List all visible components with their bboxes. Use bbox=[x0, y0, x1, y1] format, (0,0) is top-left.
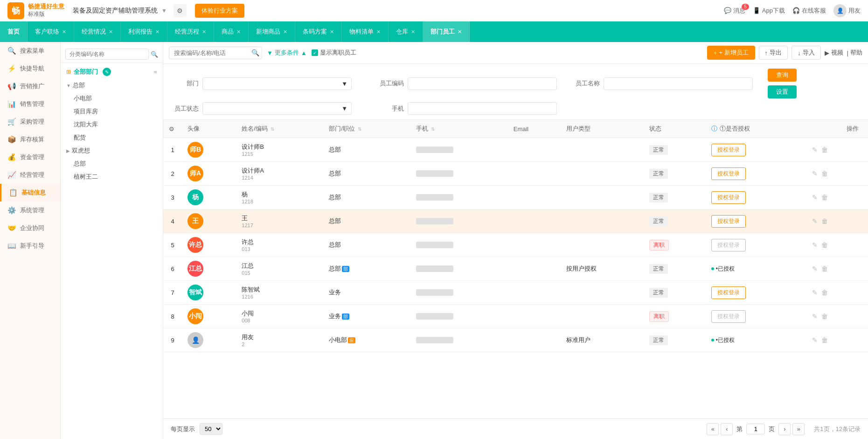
edit-button[interactable]: ✎ bbox=[812, 289, 818, 296]
edit-button[interactable]: ✎ bbox=[812, 170, 818, 177]
tab-warehouse-close[interactable]: ✕ bbox=[411, 29, 415, 35]
sidebar-item-sales[interactable]: 📊 销售管理 bbox=[0, 95, 60, 113]
sidebar-item-finance[interactable]: 💰 资金管理 bbox=[0, 148, 60, 166]
sidebar-item-marketing[interactable]: 📢 营销推广 bbox=[0, 77, 60, 95]
more-filter-btn[interactable]: ▼ 更多条件 ▲ bbox=[267, 49, 307, 57]
edit-button[interactable]: ✎ bbox=[812, 146, 818, 153]
delete-button[interactable]: 🗑 bbox=[821, 313, 828, 320]
tab-employees-close[interactable]: ✕ bbox=[458, 29, 462, 35]
dept-tree-item-zongbu[interactable]: ▼ 总部 bbox=[61, 79, 163, 92]
auth-login-button[interactable]: 授权登录 bbox=[711, 310, 746, 323]
tab-profit-close[interactable]: ✕ bbox=[155, 29, 160, 35]
delete-button[interactable]: 🗑 bbox=[821, 265, 828, 272]
edit-button[interactable]: ✎ bbox=[812, 194, 818, 201]
dept-tree-item-peihuo[interactable]: 配货 bbox=[61, 131, 163, 144]
page-number-input[interactable] bbox=[746, 424, 765, 434]
page-size-select[interactable]: 50 bbox=[200, 423, 222, 435]
query-button[interactable]: 查询 bbox=[768, 69, 797, 82]
sidebar-item-basicinfo[interactable]: 📋 基础信息 bbox=[0, 184, 60, 202]
auth-login-button[interactable]: 授权登录 bbox=[711, 144, 746, 156]
sidebar-item-system[interactable]: ⚙️ 系统管理 bbox=[0, 202, 60, 219]
tab-warehouse[interactable]: 仓库 ✕ bbox=[389, 21, 423, 42]
filter-empname-input[interactable] bbox=[604, 77, 753, 90]
edit-button[interactable]: ✎ bbox=[812, 313, 818, 320]
filter-dept-select[interactable]: ▼ bbox=[202, 77, 352, 90]
auth-login-button[interactable]: 授权登录 bbox=[711, 286, 746, 299]
sidebar-item-management[interactable]: 📈 经营管理 bbox=[0, 166, 60, 184]
setting-button[interactable]: 设置 bbox=[768, 85, 797, 98]
filter-status-select[interactable]: ▼ bbox=[202, 102, 352, 115]
auth-login-button[interactable]: 授权登录 bbox=[711, 239, 746, 251]
delete-button[interactable]: 🗑 bbox=[821, 194, 828, 201]
tab-history-close[interactable]: ✕ bbox=[202, 29, 206, 35]
message-button[interactable]: 💬 消息 5 bbox=[724, 7, 745, 15]
dept-search-icon[interactable]: 🔍 bbox=[151, 51, 158, 58]
dept-tree-item-zongbu2[interactable]: 总部 bbox=[61, 157, 163, 170]
tab-profit[interactable]: 利润报告 ✕ bbox=[121, 21, 167, 42]
app-download-button[interactable]: 📱 App下载 bbox=[753, 7, 785, 15]
tab-employees[interactable]: 部门员工 ✕ bbox=[423, 21, 470, 42]
next-page-btn[interactable]: › bbox=[778, 423, 791, 435]
dept-tree-item-shenyang[interactable]: 沈阳大库 bbox=[61, 118, 163, 131]
all-dept-label[interactable]: 全部部门 bbox=[74, 68, 98, 76]
col-dept[interactable]: 部门/职位 ⇅ bbox=[323, 120, 410, 138]
online-service-button[interactable]: 🎧 在线客服 bbox=[792, 7, 826, 15]
first-page-btn[interactable]: « bbox=[707, 423, 719, 435]
col-settings[interactable]: ⚙ bbox=[163, 120, 182, 138]
edit-button[interactable]: ✎ bbox=[812, 336, 818, 344]
tab-goods[interactable]: 商品 ✕ bbox=[214, 21, 249, 42]
trial-button[interactable]: 体验行业方案 bbox=[195, 4, 244, 18]
resigned-checkbox[interactable]: ✓ bbox=[312, 49, 318, 56]
tab-home[interactable]: 首页 bbox=[0, 21, 28, 42]
dept-search-input[interactable] bbox=[65, 49, 149, 60]
tab-bom-close[interactable]: ✕ bbox=[376, 29, 381, 35]
add-employee-button[interactable]: + + 新增员工 bbox=[707, 46, 755, 60]
sidebar-item-inventory[interactable]: 📦 库存核算 bbox=[0, 131, 60, 148]
tab-customer-close[interactable]: ✕ bbox=[62, 29, 66, 35]
user-area[interactable]: 👤 用友 bbox=[833, 4, 861, 17]
tab-bom[interactable]: 物料清单 ✕ bbox=[342, 21, 389, 42]
dept-tree-item-xiaodian[interactable]: 小电部 bbox=[61, 92, 163, 105]
col-name-code[interactable]: 姓名/编码 ⇅ bbox=[236, 120, 323, 138]
show-resigned-toggle[interactable]: ✓ 显示离职员工 bbox=[312, 49, 356, 57]
filter-empcode-input[interactable] bbox=[408, 77, 557, 90]
sidebar-item-guide[interactable]: 📖 新手引导 bbox=[0, 237, 60, 255]
prev-page-btn[interactable]: ‹ bbox=[721, 423, 733, 435]
delete-button[interactable]: 🗑 bbox=[821, 170, 828, 177]
import-button[interactable]: ↓ 导入 bbox=[792, 46, 821, 60]
dept-tree-item-shuanghu[interactable]: ▶ 双虎想 bbox=[61, 144, 163, 157]
last-page-btn[interactable]: » bbox=[792, 423, 805, 435]
col-phone[interactable]: 手机 ⇅ bbox=[410, 120, 508, 138]
tab-new-goods[interactable]: 新增商品 ✕ bbox=[249, 21, 295, 42]
auth-login-button[interactable]: 授权登录 bbox=[711, 191, 746, 204]
edit-button[interactable]: ✎ bbox=[812, 241, 818, 249]
edit-button[interactable]: ✎ bbox=[812, 217, 818, 225]
auth-login-button[interactable]: 授权登录 bbox=[711, 215, 746, 228]
search-input[interactable] bbox=[169, 47, 262, 59]
search-submit-icon[interactable]: 🔍 bbox=[251, 49, 259, 56]
tab-operation-close[interactable]: ✕ bbox=[109, 29, 113, 35]
auth-login-button[interactable]: 授权登录 bbox=[711, 167, 746, 180]
sidebar-item-purchase[interactable]: 🛒 采购管理 bbox=[0, 113, 60, 131]
delete-button[interactable]: 🗑 bbox=[821, 336, 828, 344]
dept-tree-item-zhishu[interactable]: 植树王二 bbox=[61, 170, 163, 183]
tab-goods-close[interactable]: ✕ bbox=[236, 29, 241, 35]
tab-barcode[interactable]: 条码方案 ✕ bbox=[295, 21, 342, 42]
delete-button[interactable]: 🗑 bbox=[821, 146, 828, 153]
help-button[interactable]: | 帮助 bbox=[847, 49, 862, 57]
dept-edit-btn[interactable]: ✎ bbox=[103, 68, 111, 76]
delete-button[interactable]: 🗑 bbox=[821, 241, 828, 249]
sidebar-item-search[interactable]: 🔍 搜索菜单 bbox=[0, 42, 60, 60]
tab-new-goods-close[interactable]: ✕ bbox=[283, 29, 287, 35]
tab-customer[interactable]: 客户联络 ✕ bbox=[28, 21, 74, 42]
export-button[interactable]: ↑ 导出 bbox=[759, 46, 788, 60]
tab-barcode-close[interactable]: ✕ bbox=[330, 29, 334, 35]
delete-button[interactable]: 🗑 bbox=[821, 217, 828, 225]
tab-history[interactable]: 经营历程 ✕ bbox=[167, 21, 214, 42]
sidebar-item-collab[interactable]: 🤝 企业协同 bbox=[0, 219, 60, 237]
delete-button[interactable]: 🗑 bbox=[821, 289, 828, 296]
view-button[interactable]: ▶ 视频 bbox=[825, 49, 843, 57]
sidebar-item-quicknav[interactable]: ⚡ 快捷导航 bbox=[0, 60, 60, 77]
filter-phone-input[interactable] bbox=[408, 102, 557, 115]
dept-collapse-btn[interactable]: « bbox=[154, 69, 157, 75]
